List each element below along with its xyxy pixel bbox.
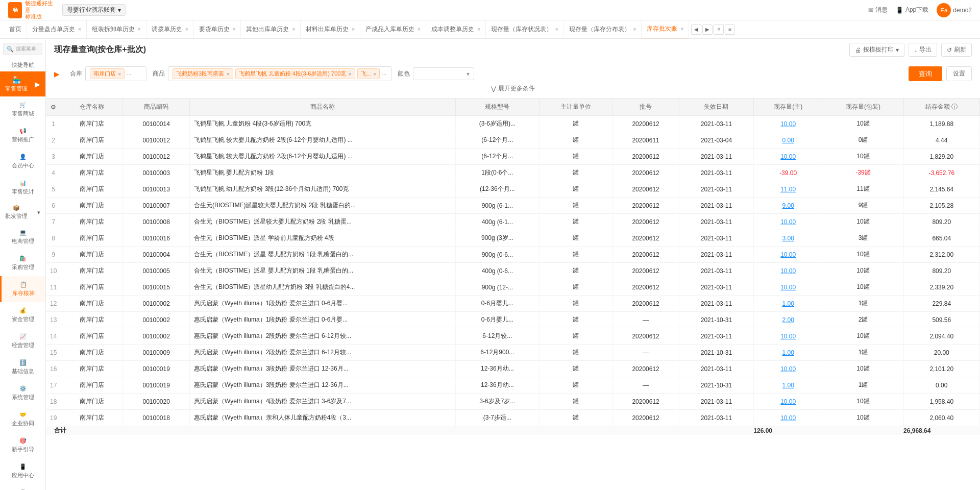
sidebar-item-system[interactable]: ⚙️ 系统管理 [0,380,45,406]
close-icon[interactable]: × [680,26,683,32]
message-btn[interactable]: ✉ 消息 [868,6,888,14]
row-qty-main[interactable]: 10.00 [753,394,823,410]
export-button[interactable]: ↓ 导出 [909,43,937,57]
quick-nav[interactable]: 快捷导航 [0,59,45,71]
avatar: Ea [937,3,951,17]
tab-home[interactable]: 首页 [4,20,27,39]
close-icon[interactable]: × [138,27,141,32]
sidebar-item-app[interactable]: 📱 应用中心 [0,458,45,484]
tab-8[interactable]: 成本调整单历史 × [426,20,486,39]
refresh-button[interactable]: ↺ 刷新 [941,43,972,57]
row-qty-main[interactable]: 10.00 [753,263,823,279]
warehouse-input[interactable]: 南岸门店 × ··· [85,66,146,81]
row-warehouse: 南岸门店 [61,263,123,279]
close-icon[interactable]: × [233,27,236,32]
setting-button[interactable]: 设置 [946,66,972,81]
close-icon[interactable]: × [418,27,421,32]
product-tag-2-close[interactable]: × [348,71,351,77]
sidebar-item-member[interactable]: 👤 会员中心 [0,149,45,175]
row-spec: 0-6月婴儿... [455,312,539,328]
tab-9[interactable]: 现存量（库存状况表） × [486,20,564,39]
nav-close[interactable]: × [714,24,724,35]
print-button[interactable]: 🖨 按模板打印 ▾ [849,43,904,57]
row-batch: 20200612 [612,149,679,165]
row-num: 14 [46,328,61,345]
row-code: 00100019 [123,377,190,394]
close-icon[interactable]: × [78,27,81,32]
row-qty-main[interactable]: 10.00 [753,361,823,377]
row-qty-main[interactable]: 3.00 [753,230,823,247]
sidebar-item-basic-info[interactable]: ℹ️ 基础信息 [0,354,45,380]
product-tag-1-close[interactable]: × [226,71,229,77]
sidebar-item-inventory[interactable]: 📋 库存核算 [0,276,45,302]
warehouse-tag-close[interactable]: × [118,71,121,77]
tab-10[interactable]: 现存量（库存分布表） × [564,20,642,39]
row-qty-main[interactable]: 1.00 [753,345,823,361]
row-name: 合生元（BIOSTIME）派星较大婴儿配方奶粉 2段 乳糖蛋... [190,214,456,230]
close-icon[interactable]: × [633,27,636,32]
sidebar-item-retail-manage[interactable]: 🏪 零售管理 ▶ [0,71,45,96]
sidebar-item-purchase[interactable]: 🛍️ 采购管理 [0,250,45,276]
tab-7[interactable]: 产成品入库单历史 × [360,20,426,39]
row-qty-main[interactable]: 10.00 [753,116,823,132]
row-qty-main[interactable]: 10.00 [753,279,823,296]
sidebar-item-marketing[interactable]: 📢 营销推广 [0,122,45,149]
expand-conditions[interactable]: ⋁ 展开更多条件 [54,84,972,93]
row-warehouse: 南岸门店 [61,410,123,426]
tab-2[interactable]: 组装拆卸单历史 × [87,20,146,39]
row-qty-main[interactable]: 10.00 [753,214,823,230]
close-icon[interactable]: × [185,27,188,32]
table-row: 8 南岸门店 00100016 合生元（BIOSTIME）派星 学龄前儿童配方奶… [46,230,980,247]
message-icon: ✉ [868,7,873,14]
tab-1[interactable]: 分量盘点单历史 × [27,20,87,39]
close-icon[interactable]: × [555,27,558,32]
sidebar-item-guide[interactable]: 🎯 新手引导 [0,432,45,458]
nav-next[interactable]: ▶ [702,24,713,35]
row-num: 8 [46,230,61,247]
close-icon[interactable]: × [352,27,355,32]
row-qty-main[interactable]: -39.00 [753,165,823,181]
nav-prev[interactable]: ◀ [691,24,701,35]
row-qty-main[interactable]: 10.00 [753,328,823,345]
row-qty-main[interactable]: 10.00 [753,410,823,426]
tab-4[interactable]: 要货单历史 × [194,20,241,39]
row-qty-main[interactable]: 2.00 [753,312,823,328]
user-profile[interactable]: Ea demo2 [937,3,972,17]
query-button[interactable]: 查询 [909,66,942,81]
row-qty-main[interactable]: 10.00 [753,247,823,263]
sidebar-item-collab[interactable]: 🤝 企业协同 [0,406,45,432]
row-qty-main[interactable]: 0.00 [753,132,823,149]
row-qty-main[interactable]: 1.00 [753,377,823,394]
sidebar-item-retail-stats[interactable]: 📊 零售统计 [0,175,45,201]
tab-5[interactable]: 其他出库单历史 × [241,20,301,39]
app-download-btn[interactable]: 📱 App下载 [896,6,928,14]
sidebar-item-operations[interactable]: 📈 经营管理 [0,328,45,354]
sidebar-item-wholesale[interactable]: 📦 批发管理 ▾ [0,201,45,224]
nav-tabs: 首页 分量盘点单历史 × 组装拆卸单历史 × 调拨单历史 × 要货单历史 × 其… [0,20,980,39]
row-num: 17 [46,377,61,394]
close-icon[interactable]: × [477,27,480,32]
nav-menu[interactable]: ≡ [725,24,735,35]
collapse-arrow[interactable]: ▶ [54,70,60,78]
product-input[interactable]: 飞鹤奶粉3段丙搭装 × 飞鹤星飞帆 儿童奶粉 4段(3-6岁适用) 700克 ×… [168,66,391,81]
row-expire: 2021-03-11 [679,149,754,165]
col-code: 商品编码 [123,99,190,116]
sidebar-item-retail-mall[interactable]: 🛒 零售商城 [0,96,45,122]
row-qty-main[interactable]: 9.00 [753,198,823,214]
row-qty-pkg: 1罐 [823,296,903,312]
tab-6[interactable]: 材料出库单历史 × [301,20,360,39]
row-qty-main[interactable]: 10.00 [753,149,823,165]
color-input[interactable]: ▾ [413,67,474,80]
product-tag-3-close[interactable]: × [373,71,376,77]
sidebar-item-ecommerce[interactable]: 💻 电商管理 [0,224,45,250]
search-input[interactable]: 🔍 搜索英单 [3,43,42,55]
row-qty-main[interactable]: 1.00 [753,296,823,312]
account-selector[interactable]: 母婴行业演示账套 ▾ [62,4,126,16]
tab-3[interactable]: 调拨单历史 × [146,20,194,39]
sidebar-item-wechat[interactable]: 💬 企业微信 [0,484,45,490]
tab-11[interactable]: 库存批次账 × [642,20,689,39]
product-tag-3: 飞... × [357,68,380,79]
row-qty-main[interactable]: 11.00 [753,181,823,198]
sidebar-item-finance[interactable]: 💰 资金管理 [0,302,45,328]
close-icon[interactable]: × [292,27,295,32]
